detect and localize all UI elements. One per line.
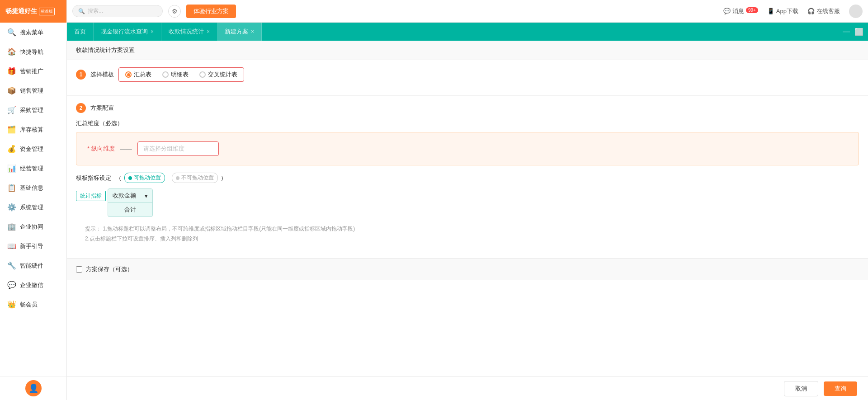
movable-tag: 可拖动位置 [124, 173, 165, 183]
tip-line1: 提示： 1.拖动标题栏可以调整布局，不可跨维度或指标区域拖动栏目字段(只能在同一… [85, 224, 850, 234]
step1-num: 1 [76, 70, 86, 80]
sidebar-item-inventory[interactable]: 🗂️ 库存核算 [0, 120, 66, 139]
message-icon: 💬 [723, 8, 731, 14]
inventory-icon: 🗂️ [7, 125, 16, 134]
movable-tag-label: 可拖动位置 [134, 174, 161, 182]
tab-new-plan-close[interactable]: × [251, 28, 254, 35]
radio-summary-circle [125, 71, 132, 78]
sidebar-item-label: 搜索菜单 [20, 28, 43, 37]
step2-num: 2 [76, 103, 86, 113]
hardware-icon: 🔧 [7, 261, 16, 270]
sidebar-item-label: 快捷导航 [20, 48, 43, 56]
content-area: 收款情况统计方案设置 1 选择模板 汇总表 明细表 [67, 41, 868, 400]
radio-cross-circle [199, 71, 206, 78]
message-badge: 99+ [746, 7, 758, 13]
tab-new-plan[interactable]: 新建方案 × [217, 23, 262, 41]
indicator-header: 模板指标设定 （ 可拖动位置 不可拖动位置 ） [76, 173, 859, 183]
sidebar-item-label: 新手引导 [20, 242, 43, 250]
box-icon: 📦 [7, 86, 16, 95]
step2-section: 2 方案配置 汇总维度（必选） * 纵向维度 —— 请选择分组维度 [67, 96, 868, 259]
radio-cross[interactable]: 交叉统计表 [199, 71, 237, 79]
topbar: 🔍 搜索... ⚙ 体验行业方案 💬 消息 99+ 📱 App下载 🎧 在线客服 [67, 0, 868, 23]
stat-card-header[interactable]: 收款金额 ▾ [108, 189, 152, 203]
sidebar-item-label: 营销推广 [20, 67, 43, 75]
trial-btn[interactable]: 体验行业方案 [186, 5, 236, 18]
stat-section-label: 统计指标 [76, 191, 106, 201]
sidebar-item-label: 采购管理 [20, 106, 43, 114]
tip-line2: 2.点击标题栏下拉可设置排序、插入列和删除列 [85, 234, 850, 244]
dimension-title: 汇总维度（必选） [76, 119, 859, 127]
search-icon: 🔍 [7, 28, 16, 37]
download-icon: 📱 [767, 8, 774, 14]
topbar-gear-btn[interactable]: ⚙ [168, 5, 181, 18]
not-movable-dot [176, 176, 179, 180]
radio-summary[interactable]: 汇总表 [125, 71, 151, 79]
sidebar-logo: 畅捷通好生 标准版 [0, 0, 66, 23]
tab-collection-stat[interactable]: 收款情况统计 × [161, 23, 217, 41]
step1-label: 选择模板 [90, 71, 114, 79]
sidebar: 畅捷通好生 标准版 🔍 搜索菜单 🏠 快捷导航 🎁 营销推广 📦 销售管理 🛒 … [0, 0, 67, 400]
tabs-minimize-btn[interactable]: — [843, 28, 850, 36]
sidebar-item-operations[interactable]: 📊 经营管理 [0, 159, 66, 178]
sidebar-item-sales[interactable]: 📦 销售管理 [0, 81, 66, 100]
message-label: 消息 [732, 7, 744, 15]
not-movable-tag-label: 不可拖动位置 [181, 174, 214, 182]
sidebar-item-label: 智能硬件 [20, 262, 43, 270]
page-title: 收款情况统计方案设置 [67, 41, 868, 60]
message-btn[interactable]: 💬 消息 99+ [723, 7, 758, 15]
sidebar-item-guide[interactable]: 📖 新手引导 [0, 236, 66, 256]
stat-card-body: 合计 [108, 203, 152, 216]
radio-detail-label: 明细表 [171, 71, 189, 79]
sidebar-item-label: 企业协同 [20, 223, 43, 231]
step1-section: 1 选择模板 汇总表 明细表 交叉统计表 [67, 60, 868, 96]
main-area: 🔍 搜索... ⚙ 体验行业方案 💬 消息 99+ 📱 App下载 🎧 在线客服 [67, 0, 868, 400]
tab-bank-flow-close[interactable]: × [151, 28, 154, 35]
crown-icon: 👑 [7, 300, 16, 309]
tab-home[interactable]: 首页 [67, 23, 94, 41]
sidebar-item-system[interactable]: ⚙️ 系统管理 [0, 198, 66, 217]
tabs-actions: — ⬜ [838, 23, 868, 41]
download-btn[interactable]: 📱 App下载 [767, 7, 798, 15]
tab-collection-stat-label: 收款情况统计 [169, 28, 204, 36]
sidebar-item-marketing[interactable]: 🎁 营销推广 [0, 61, 66, 81]
vertical-dim-label: * 纵向维度 [87, 145, 115, 153]
stat-card-header-text: 收款金额 [113, 192, 136, 200]
sidebar-item-quick-nav[interactable]: 🏠 快捷导航 [0, 42, 66, 61]
stat-card: 收款金额 ▾ 合计 [108, 188, 153, 217]
stat-card-dropdown-icon[interactable]: ▾ [145, 193, 148, 199]
save-label: 方案保存（可选） [86, 265, 133, 273]
sidebar-item-enterprise[interactable]: 🏢 企业协同 [0, 217, 66, 236]
query-button[interactable]: 查询 [824, 381, 857, 396]
book-icon: 📖 [7, 242, 16, 250]
indicator-title: 模板指标设定 [76, 174, 111, 182]
footer-bar: 取消 查询 [67, 376, 868, 400]
sidebar-item-search-menu[interactable]: 🔍 搜索菜单 [0, 23, 66, 42]
cancel-button[interactable]: 取消 [784, 381, 818, 396]
save-checkbox[interactable] [76, 266, 82, 273]
dim-arrow: —— [120, 146, 132, 152]
radio-detail[interactable]: 明细表 [162, 71, 189, 79]
radio-summary-label: 汇总表 [134, 71, 151, 79]
clipboard-icon: 📋 [7, 184, 16, 192]
dim-select[interactable]: 请选择分组维度 [137, 141, 219, 156]
sidebar-item-finance[interactable]: 💰 资金管理 [0, 139, 66, 159]
sidebar-item-basic-info[interactable]: 📋 基础信息 [0, 178, 66, 198]
building-icon: 🏢 [7, 222, 16, 231]
tab-bank-flow[interactable]: 现金银行流水查询 × [94, 23, 161, 41]
topbar-search[interactable]: 🔍 搜索... [72, 5, 163, 17]
sidebar-item-wechat[interactable]: 💬 企业微信 [0, 275, 66, 295]
sidebar-user-btn[interactable]: 👤 [25, 380, 42, 396]
tabs-maximize-btn[interactable]: ⬜ [854, 28, 863, 36]
tab-collection-stat-close[interactable]: × [207, 28, 210, 35]
gift-icon: 🎁 [7, 67, 16, 75]
service-btn[interactable]: 🎧 在线客服 [807, 7, 840, 15]
template-radio-group: 汇总表 明细表 交叉统计表 [118, 67, 244, 82]
user-avatar[interactable] [849, 5, 863, 18]
sidebar-item-label: 系统管理 [20, 203, 43, 212]
sidebar-item-purchase[interactable]: 🛒 采购管理 [0, 100, 66, 120]
sidebar-bottom: 👤 [0, 376, 66, 400]
sidebar-item-label: 畅会员 [20, 301, 38, 309]
sidebar-item-member[interactable]: 👑 畅会员 [0, 295, 66, 314]
sidebar-item-smart-hw[interactable]: 🔧 智能硬件 [0, 256, 66, 275]
step2-header: 2 方案配置 [76, 103, 859, 113]
